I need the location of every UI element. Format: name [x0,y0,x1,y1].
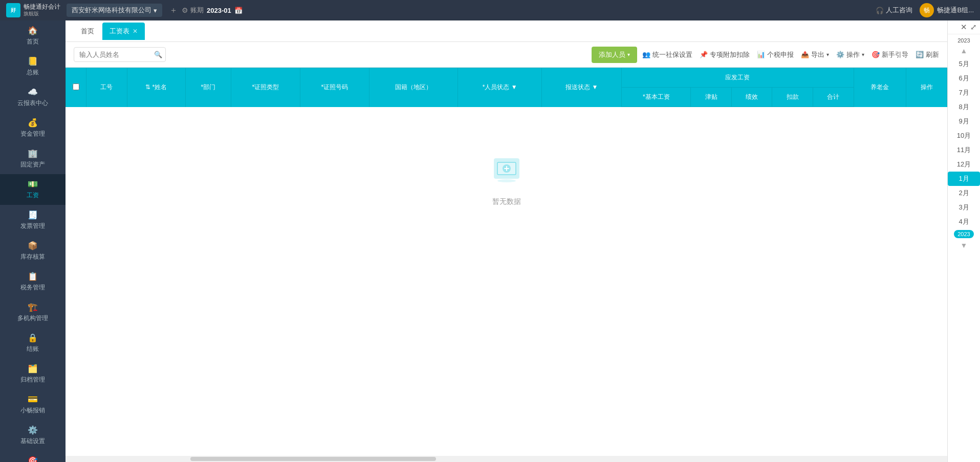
month-item-9月[interactable]: 9月 [948,114,980,129]
action-icon-operate: ⚙️ [836,51,844,58]
month-item-5月[interactable]: 5月 [948,57,980,71]
sidebar-icon-guide: 🎯 [28,456,38,462]
panel-top-actions: ✕ ⤢ [948,20,980,34]
sort-icon: ⇅ [145,83,150,91]
top-bar-right: 🎧 人工咨询 畅 畅捷通B组... [876,3,974,17]
toolbar-action-personal-tax[interactable]: 📊个税申报 [757,50,794,59]
service-button[interactable]: 🎧 人工咨询 [876,6,912,15]
expand-panel-icon[interactable]: ⤢ [970,23,977,32]
company-selector[interactable]: 西安虾米网络科技有限公司 ▾ [67,4,162,17]
sidebar-label-invoice: 发票管理 [20,222,45,230]
toolbar-action-export[interactable]: 📤导出▾ [801,50,829,59]
sidebar-item-settings[interactable]: ⚙️基础设置 [0,420,66,451]
month-item-2月[interactable]: 2月 [948,186,980,200]
th-empno: 工号 [86,68,127,107]
tab-label-salary-table: 工资表 [110,27,129,36]
toolbar-action-refresh[interactable]: 🔄刷新 [916,50,939,59]
month-item-7月[interactable]: 7月 [948,86,980,100]
close-panel-icon[interactable]: ✕ [961,23,967,32]
sidebar-item-inventory[interactable]: 📦库存核算 [0,236,66,266]
th-country: 国籍（地区） [369,68,458,107]
sidebar-icon-expense: 💳 [28,394,38,404]
th-status: *人员状态 ▼ [458,68,542,107]
month-item-4月[interactable]: 4月 [948,215,980,229]
month-item-1月[interactable]: 1月 [948,172,980,186]
app-logo: 好 畅捷通好会计 旗舰版 [6,3,60,17]
action-arrow-operate: ▾ [862,52,864,57]
sidebar-item-home[interactable]: 🏠首页 [0,20,66,51]
sidebar-item-invoice[interactable]: 🧾发票管理 [0,205,66,236]
month-item-8月[interactable]: 8月 [948,100,980,114]
month-item-12月[interactable]: 12月 [948,157,980,172]
th-idno: *证照号码 [300,68,369,107]
month-item-3月[interactable]: 3月 [948,200,980,215]
th-idtype: *证照类型 [231,68,300,107]
month-item-11月[interactable]: 11月 [948,143,980,157]
sidebar-label-tax: 税务管理 [20,283,45,292]
content-area: 首页工资表 ✕ 🔍 添加人员 ▾ 👥统一社保设置📌专项附加扣除📊个税申报📤导出▾… [66,20,947,462]
sidebar-icon-close: 🔒 [28,333,38,343]
sidebar-item-tax[interactable]: 📋税务管理 [0,266,66,297]
month-item-6月[interactable]: 6月 [948,71,980,86]
add-person-label: 添加人员 [599,50,625,59]
tab-bar: 首页工资表 ✕ [66,20,947,42]
settings-icon[interactable]: ⚙ [182,6,188,14]
sidebar-icon-cloud-report: ☁️ [28,87,38,97]
sidebar-item-close[interactable]: 🔒结账 [0,328,66,359]
add-company-icon[interactable]: ＋ [169,5,178,16]
sidebar-label-inventory: 库存核算 [20,253,45,261]
main-area: 🏠首页📒总账☁️云报表中心💰资金管理🏢固定资产💵工资🧾发票管理📦库存核算📋税务管… [0,20,980,462]
sidebar-item-expense[interactable]: 💳小畅报销 [0,389,66,420]
month-item-10月[interactable]: 10月 [948,129,980,143]
sidebar-item-fund[interactable]: 💰资金管理 [0,113,66,143]
sidebar-label-cloud-report: 云报表中心 [17,99,48,108]
panel-year-label: 2023 [957,34,970,45]
toolbar-action-social-settings[interactable]: 👥统一社保设置 [642,50,692,59]
panel-up-arrow[interactable]: ▲ [959,45,970,57]
year-badge[interactable]: 2023 [954,230,973,238]
scroll-track[interactable] [66,456,947,462]
toolbar-action-operate[interactable]: ⚙️操作▾ [836,50,864,59]
sidebar-item-multi-org[interactable]: 🏗️多机构管理 [0,297,66,328]
action-label-personal-tax: 个税申报 [767,50,794,59]
sidebar-label-multi-org: 多机构管理 [17,314,48,323]
action-label-social-settings: 统一社保设置 [652,50,692,59]
tab-close-salary-table[interactable]: ✕ [133,28,138,35]
calendar-icon[interactable]: 📅 [234,7,243,14]
sidebar-item-salary[interactable]: 💵工资 [0,174,66,205]
th-basic-salary: *基本工资 [622,88,691,107]
sidebar-item-ledger[interactable]: 📒总账 [0,51,66,82]
sidebar-label-salary: 工资 [27,191,39,200]
sidebar-icon-assets: 🏢 [28,149,38,158]
tab-home[interactable]: 首页 [74,23,101,40]
scroll-thumb[interactable] [190,457,436,461]
right-date-panel: ✕ ⤢ 2023 ▲ 5月6月7月8月9月10月11月12月1月2月3月4月 2… [947,20,980,462]
sidebar: 🏠首页📒总账☁️云报表中心💰资金管理🏢固定资产💵工资🧾发票管理📦库存核算📋税务管… [0,20,66,462]
tab-salary-table[interactable]: 工资表 ✕ [102,23,145,40]
empty-text: 暂无数据 [492,197,521,206]
user-button[interactable]: 畅 畅捷通B组... [920,3,974,17]
search-input[interactable] [79,51,151,58]
sidebar-item-archive[interactable]: 🗂️归档管理 [0,359,66,389]
search-box: 🔍 [74,47,166,62]
select-all-checkbox[interactable] [73,83,79,90]
th-action: 操作 [906,68,947,107]
sidebar-item-guide[interactable]: 🎯新手引导 [0,451,66,462]
toolbar-action-special-deduct[interactable]: 📌专项附加扣除 [700,50,750,59]
filter-icon-status[interactable]: ▼ [511,83,517,91]
empty-state: 暂无数据 [66,107,947,247]
sidebar-item-assets[interactable]: 🏢固定资产 [0,143,66,174]
toolbar-action-new-guide[interactable]: 🎯新手引导 [872,50,908,59]
action-icon-new-guide: 🎯 [872,51,880,58]
search-icon: 🔍 [154,51,162,58]
action-icon-personal-tax: 📊 [757,51,765,58]
panel-down-arrow[interactable]: ▼ [959,239,970,251]
filter-icon-report[interactable]: ▼ [592,83,598,91]
service-label: 人工咨询 [886,6,912,15]
add-person-button[interactable]: 添加人员 ▾ [592,47,637,63]
sidebar-label-fund: 资金管理 [20,130,45,138]
empty-icon [486,148,527,189]
top-bar: 好 畅捷通好会计 旗舰版 西安虾米网络科技有限公司 ▾ ＋ ⚙ 账期 2023-… [0,0,980,20]
sidebar-icon-home: 🏠 [28,26,38,35]
sidebar-item-cloud-report[interactable]: ☁️云报表中心 [0,82,66,113]
